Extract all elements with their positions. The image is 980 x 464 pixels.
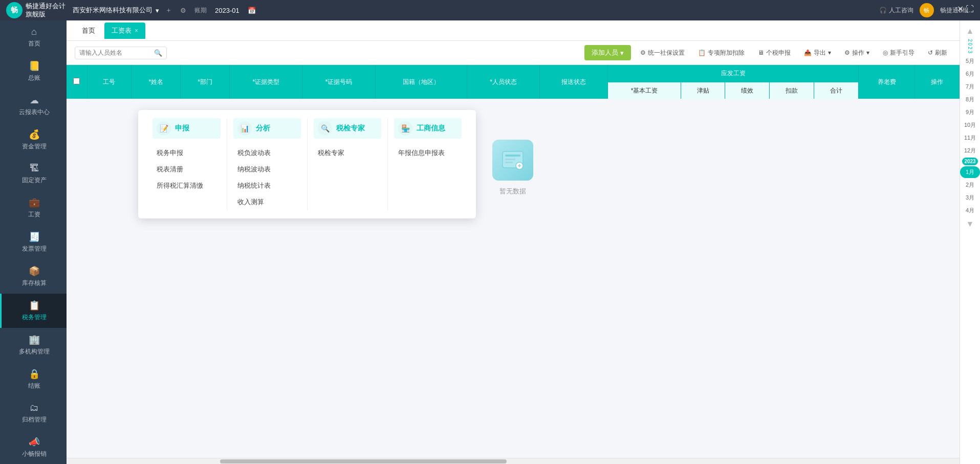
add-person-button[interactable]: 添加人员 ▾ xyxy=(584,45,631,60)
month-3[interactable]: 3月 xyxy=(960,192,980,204)
salary-icon: 💼 xyxy=(29,197,40,208)
month-6[interactable]: 6月 xyxy=(960,68,980,80)
sidebar-item-fund[interactable]: 💰 资金管理 xyxy=(0,123,67,157)
select-all-checkbox[interactable] xyxy=(73,78,80,84)
th-employee-id: 工号 xyxy=(87,65,132,99)
main-content: 首页 工资表 × 🔍 添加人员 ▾ ⚙ 统一社保设置 📋 xyxy=(67,20,960,464)
tab-home-label: 首页 xyxy=(82,26,95,35)
export-action[interactable]: 📤 导出 ▾ xyxy=(800,47,835,59)
horizontal-scrollbar[interactable] xyxy=(67,458,960,464)
inventory-icon: 📦 xyxy=(29,266,40,277)
dropdown-item-tax-burden[interactable]: 税负波动表 xyxy=(233,145,301,161)
operate-icon: ⚙ xyxy=(844,49,850,56)
company-dropdown-icon: ▾ xyxy=(156,7,159,14)
th-checkbox[interactable] xyxy=(67,65,87,99)
tab-home[interactable]: 首页 xyxy=(75,23,102,39)
dropdown-item-income-estimate[interactable]: 收入测算 xyxy=(233,194,301,210)
svg-rect-2 xyxy=(505,159,515,160)
search-box: 🔍 xyxy=(75,47,167,59)
declaration-cat-icon: 📝 xyxy=(157,121,171,136)
month-8[interactable]: 8月 xyxy=(960,94,980,105)
sidebar-item-cloud-report[interactable]: ☁ 云报表中心 xyxy=(0,89,67,123)
th-report-status: 报送状态 xyxy=(540,65,608,99)
add-company-icon[interactable]: ＋ xyxy=(165,6,172,15)
logo-text: 畅捷通好会计 xyxy=(26,2,66,10)
maximize-window-icon[interactable]: ⛶ xyxy=(966,5,974,14)
multi-org-icon: 🏢 xyxy=(29,334,40,345)
headset-icon: 🎧 xyxy=(879,7,887,14)
dropdown-item-tax-stats[interactable]: 纳税统计表 xyxy=(233,178,301,194)
company-selector[interactable]: 西安虾米网络科技有限公司 ▾ xyxy=(73,6,159,15)
year-badge-2023: 2023 xyxy=(962,158,977,165)
dropdown-cat-analysis: 📊 分析 xyxy=(233,118,301,139)
period-value[interactable]: 2023-01 xyxy=(215,7,239,14)
sidebar-item-fixed-assets[interactable]: 🏗 固定资产 xyxy=(0,157,67,191)
cloud-icon: ☁ xyxy=(30,95,39,106)
tax-declaration-action[interactable]: 🖥 个税申报 xyxy=(754,47,795,59)
special-deduction-action[interactable]: 📋 专项附加扣除 xyxy=(694,47,749,59)
sidebar-item-inventory[interactable]: 📦 库存核算 xyxy=(0,259,67,294)
sidebar-item-salary[interactable]: 💼 工资 xyxy=(0,191,67,225)
operate-action[interactable]: ⚙ 操作 ▾ xyxy=(840,47,874,59)
guide-circle-icon: ◎ xyxy=(883,49,888,56)
guide-action[interactable]: ◎ 新手引导 xyxy=(879,47,919,59)
th-action: 操作 xyxy=(915,65,960,99)
tab-salary-table[interactable]: 工资表 × xyxy=(104,23,145,39)
month-4[interactable]: 4月 xyxy=(960,205,980,216)
empty-icon xyxy=(492,140,533,181)
sidebar-label-inventory: 库存核算 xyxy=(22,279,47,288)
close-period-icon: 🔒 xyxy=(29,368,40,380)
empty-text: 暂无数据 xyxy=(499,187,526,196)
month-11[interactable]: 11月 xyxy=(960,132,980,144)
dropdown-item-annual-report[interactable]: 年报信息申报表 xyxy=(394,145,462,161)
sidebar-item-xiaochang[interactable]: 📣 小畅报销 xyxy=(0,430,67,464)
scrollbar-thumb[interactable] xyxy=(220,459,507,463)
sidebar-label-ledger: 总账 xyxy=(28,74,40,82)
dropdown-item-tax-fluctuation[interactable]: 纳税波动表 xyxy=(233,161,301,178)
export-icon: 📤 xyxy=(804,49,812,56)
calendar-icon[interactable]: 📅 xyxy=(248,7,256,14)
month-5[interactable]: 5月 xyxy=(960,55,980,67)
social-insurance-action[interactable]: ⚙ 统一社保设置 xyxy=(636,47,689,59)
svg-rect-1 xyxy=(505,154,520,157)
operate-label: 操作 xyxy=(852,49,864,57)
dropdown-item-tax-form-list[interactable]: 税表清册 xyxy=(153,161,221,178)
month-7[interactable]: 7月 xyxy=(960,81,980,93)
refresh-action[interactable]: ↺ 刷新 xyxy=(924,47,951,59)
month-1[interactable]: 1月 xyxy=(960,166,980,178)
sidebar-item-home[interactable]: ⌂ 首页 xyxy=(0,20,67,54)
dropdown-item-tax-declaration[interactable]: 税务申报 xyxy=(153,145,221,161)
dropdown-item-tax-expert[interactable]: 税检专家 xyxy=(314,145,381,161)
sidebar-label-multi: 多机构管理 xyxy=(19,347,50,356)
dropdown-item-income-tax-settlement[interactable]: 所得税汇算清缴 xyxy=(153,178,221,194)
month-12[interactable]: 12月 xyxy=(960,145,980,157)
month-9[interactable]: 9月 xyxy=(960,106,980,118)
sidebar-item-tax[interactable]: 📋 税务管理 xyxy=(0,294,67,328)
th-region: 国籍（地区） xyxy=(375,65,467,99)
sidebar-label-tax: 税务管理 xyxy=(22,313,47,322)
tab-close-icon[interactable]: × xyxy=(135,27,138,34)
guide-label: 新手引导 xyxy=(890,49,914,57)
social-insurance-label: 统一社保设置 xyxy=(648,49,685,57)
business-info-cat-icon: 🏪 xyxy=(398,121,412,136)
th-cert-type: *证据类型 xyxy=(230,65,302,99)
deduction-icon: 📋 xyxy=(698,49,706,56)
right-panel-up[interactable]: ▲ xyxy=(964,25,976,38)
month-10[interactable]: 10月 xyxy=(960,119,980,131)
right-panel-down[interactable]: ▼ xyxy=(964,217,976,231)
sidebar-item-ledger[interactable]: 📒 总账 xyxy=(0,54,67,89)
sidebar-item-close[interactable]: 🔒 结账 xyxy=(0,362,67,396)
th-cert-no: *证据号码 xyxy=(302,65,375,99)
search-input[interactable] xyxy=(79,49,151,56)
dropdown-col-declaration: 📝 申报 税务申报 税表清册 所得税汇算清缴 xyxy=(146,118,227,210)
settings-icon[interactable]: ⚙ xyxy=(180,7,186,14)
sidebar-item-multi-org[interactable]: 🏢 多机构管理 xyxy=(0,328,67,362)
user-service[interactable]: 🎧 人工咨询 xyxy=(879,6,913,15)
export-label: 导出 xyxy=(814,49,826,57)
month-2[interactable]: 2月 xyxy=(960,179,980,191)
sidebar-item-archive[interactable]: 🗂 归档管理 xyxy=(0,396,67,430)
close-window-icon[interactable]: ✕ xyxy=(957,4,964,14)
sidebar-label-archive: 归档管理 xyxy=(22,415,47,424)
xiaochang-icon: 📣 xyxy=(29,436,40,448)
sidebar-item-invoice[interactable]: 🧾 发票管理 xyxy=(0,225,67,259)
